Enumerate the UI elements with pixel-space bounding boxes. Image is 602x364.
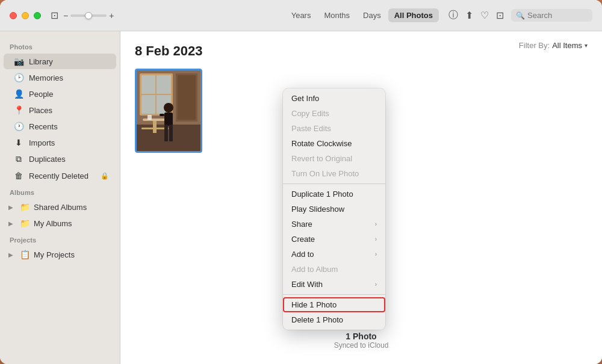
svg-rect-6 — [178, 75, 196, 120]
crop-icon[interactable]: ⊡ — [496, 10, 504, 21]
sidebar-section-albums: Albums — [0, 184, 120, 199]
memories-label: Memories — [29, 73, 63, 82]
sidebar-item-my-albums[interactable]: ▶ 📁 My Albums — [4, 215, 116, 231]
menu-item-get-info[interactable]: Get Info — [283, 91, 385, 106]
people-label: People — [29, 90, 53, 99]
menu-item-slideshow-label: Play Slideshow — [291, 205, 344, 214]
menu-item-revert-label: Revert to Original — [291, 154, 352, 163]
menu-item-create[interactable]: Create › — [283, 232, 385, 247]
chevron-right-icon: ▶ — [8, 204, 16, 211]
tab-months[interactable]: Months — [318, 8, 356, 22]
info-icon[interactable]: ⓘ — [448, 9, 458, 22]
filter-bar: Filter By: All Items ▾ — [519, 41, 588, 50]
zoom-slider[interactable] — [70, 14, 107, 17]
content-area: Filter By: All Items ▾ 8 Feb 2023 — [120, 31, 602, 364]
filter-value[interactable]: All Items — [552, 41, 582, 50]
search-box[interactable]: 🔍 — [511, 9, 592, 22]
traffic-lights — [10, 12, 41, 19]
sidebar-item-memories[interactable]: 🕑 Memories — [4, 70, 116, 85]
recents-icon: 🕐 — [13, 122, 24, 131]
menu-item-add-to[interactable]: Add to › — [283, 247, 385, 262]
search-icon: 🔍 — [516, 11, 525, 20]
titlebar: ⊡ − + Years Months Days All Photos ⓘ ⬆ ♡… — [0, 0, 602, 31]
titlebar-controls: ⊡ − + — [51, 10, 285, 21]
context-menu: Get Info Copy Edits Paste Edits Rotate C… — [283, 88, 385, 330]
svg-rect-13 — [164, 125, 168, 141]
menu-item-copy-edits-label: Copy Edits — [291, 109, 329, 118]
menu-item-hide-photo[interactable]: Hide 1 Photo — [283, 297, 385, 312]
zoom-plus-button[interactable]: + — [109, 11, 114, 20]
photo-thumbnail[interactable] — [135, 69, 202, 153]
minimize-button[interactable] — [22, 12, 29, 19]
menu-item-create-label: Create — [291, 235, 315, 244]
menu-item-delete-photo[interactable]: Delete 1 Photo — [283, 312, 385, 327]
menu-item-delete-label: Delete 1 Photo — [291, 315, 343, 324]
search-input[interactable] — [527, 11, 588, 20]
menu-item-rotate-label: Rotate Clockwise — [291, 139, 352, 148]
tab-years[interactable]: Years — [285, 8, 317, 22]
library-label: Library — [29, 57, 53, 66]
share-icon[interactable]: ⬆ — [465, 10, 473, 21]
view-tabs: Years Months Days All Photos — [285, 8, 439, 22]
tab-days[interactable]: Days — [357, 8, 387, 22]
menu-item-duplicate-photo[interactable]: Duplicate 1 Photo — [283, 187, 385, 202]
menu-item-live-photo-label: Turn On Live Photo — [291, 169, 359, 178]
menu-item-edit-with-label: Edit With — [291, 280, 323, 289]
svg-rect-9 — [153, 121, 157, 133]
sidebar-item-people[interactable]: 👤 People — [4, 86, 116, 102]
sidebar-item-places[interactable]: 📍 Places — [4, 102, 116, 118]
recently-deleted-icon: 🗑 — [13, 171, 24, 180]
create-submenu-arrow: › — [375, 236, 377, 242]
status-bar: 1 Photo Synced to iCloud — [334, 332, 389, 350]
zoom-slider-thumb[interactable] — [85, 12, 92, 19]
menu-item-get-info-label: Get Info — [291, 94, 319, 103]
menu-item-rotate-clockwise[interactable]: Rotate Clockwise — [283, 136, 385, 151]
sidebar-section-projects: Projects — [0, 232, 120, 246]
app-window: ⊡ − + Years Months Days All Photos ⓘ ⬆ ♡… — [0, 0, 602, 364]
chevron-right-icon-2: ▶ — [8, 220, 16, 227]
photo-image — [137, 70, 200, 151]
people-icon: 👤 — [13, 89, 24, 99]
menu-separator-2 — [283, 294, 385, 295]
maximize-button[interactable] — [34, 12, 41, 19]
menu-item-share-label: Share — [291, 220, 312, 229]
menu-item-add-to-album: Add to Album — [283, 262, 385, 277]
duplicates-icon: ⧉ — [13, 154, 24, 164]
titlebar-actions: ⓘ ⬆ ♡ ⊡ 🔍 — [448, 9, 592, 22]
share-submenu-arrow: › — [375, 221, 377, 227]
svg-rect-14 — [169, 125, 173, 141]
svg-rect-8 — [143, 119, 167, 121]
sidebar-item-recently-deleted[interactable]: 🗑 Recently Deleted 🔒 — [4, 168, 116, 184]
sidebar-item-recents[interactable]: 🕐 Recents — [4, 119, 116, 134]
menu-item-share[interactable]: Share › — [283, 217, 385, 232]
tab-all-photos[interactable]: All Photos — [388, 8, 439, 22]
sidebar-item-my-projects[interactable]: ▶ 📋 My Projects — [4, 247, 116, 262]
menu-separator-1 — [283, 184, 385, 184]
svg-rect-16 — [147, 115, 152, 120]
menu-item-hide-label: Hide 1 Photo — [291, 300, 337, 309]
sidebar-item-library[interactable]: 📷 Library — [4, 54, 116, 69]
sidebar-item-duplicates[interactable]: ⧉ Duplicates — [4, 151, 116, 167]
menu-item-add-album-label: Add to Album — [291, 265, 338, 274]
svg-rect-15 — [160, 114, 164, 116]
status-sync: Synced to iCloud — [334, 341, 389, 350]
add-to-submenu-arrow: › — [375, 251, 377, 258]
sidebar-section-photos: Photos — [0, 39, 120, 53]
menu-item-revert-original: Revert to Original — [283, 151, 385, 166]
window-mode-icon[interactable]: ⊡ — [51, 10, 58, 21]
zoom-minus-button[interactable]: − — [63, 11, 68, 20]
close-button[interactable] — [10, 12, 17, 19]
my-projects-icon: 📋 — [19, 250, 30, 259]
sidebar-item-imports[interactable]: ⬇ Imports — [4, 135, 116, 150]
my-albums-label: My Albums — [34, 219, 72, 228]
menu-item-add-to-label: Add to — [291, 250, 314, 259]
menu-item-play-slideshow[interactable]: Play Slideshow — [283, 202, 385, 217]
zoom-control: − + — [63, 11, 114, 20]
sidebar-item-shared-albums[interactable]: ▶ 📁 Shared Albums — [4, 199, 116, 215]
menu-item-edit-with[interactable]: Edit With › — [283, 277, 385, 292]
memories-icon: 🕑 — [13, 73, 24, 82]
filter-label: Filter By: — [519, 41, 550, 50]
menu-item-paste-edits-label: Paste Edits — [291, 124, 331, 133]
favorite-icon[interactable]: ♡ — [480, 10, 489, 21]
menu-item-duplicate-label: Duplicate 1 Photo — [291, 190, 353, 199]
